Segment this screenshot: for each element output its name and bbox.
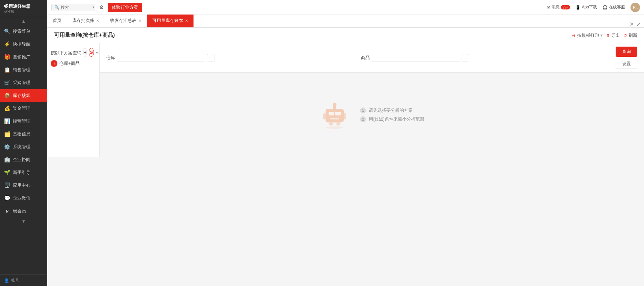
svg-rect-7 — [344, 113, 346, 120]
sidebar-item-operations[interactable]: 📊 经营管理 — [0, 115, 47, 128]
gear-icon[interactable]: ⚙ — [99, 4, 104, 10]
sidebar-item-system[interactable]: ⚙️ 系统管理 — [0, 140, 47, 153]
headset-icon: 🎧 — [602, 5, 608, 10]
sidebar-item-purchase[interactable]: 🛒 采购管理 — [0, 76, 47, 89]
online-service-button[interactable]: 🎧 在线客服 — [602, 4, 625, 10]
chevron-down-icon[interactable]: ▾ — [600, 33, 603, 38]
refresh-button[interactable]: ↺ 刷新 — [623, 32, 637, 38]
goods-more-button[interactable]: ··· — [462, 54, 469, 61]
goods-input[interactable] — [372, 54, 460, 61]
tabs-bar: 首页 库存批次账 ✕ 收发存汇总表 ✕ 可用量库存账本 ✕ ✕ ⤢ — [47, 15, 644, 28]
warehouse-input[interactable] — [117, 54, 205, 61]
sidebar-item-label: 采购管理 — [13, 80, 30, 86]
sidebar-item-member[interactable]: V 畅会员 — [0, 205, 47, 217]
sidebar-item-label: 畅会员 — [13, 208, 26, 214]
search-icon: 🔍 — [4, 28, 10, 34]
search-input[interactable] — [61, 5, 91, 10]
svg-rect-6 — [323, 113, 326, 120]
user-avatar-button[interactable]: Rit — [630, 3, 640, 12]
user-name-label: Rit — [633, 5, 637, 9]
sidebar-item-label: 企业协同 — [13, 157, 30, 163]
page-header-actions: 🖨 按模板打印 ▾ ⬆ 导出 ↺ 刷新 — [571, 32, 637, 38]
wechat-icon: 💬 — [4, 195, 10, 201]
topbar-right: ✉ 消息 99+ 📱 App下载 🎧 在线客服 Rit — [547, 3, 640, 12]
page-header: 可用量查询(按仓库+商品) 🖨 按模板打印 ▾ ⬆ 导出 ↺ 刷新 — [47, 28, 644, 43]
chevron-down-icon[interactable]: ▾ — [93, 5, 95, 9]
svg-rect-3 — [330, 118, 339, 120]
svg-point-5 — [333, 103, 337, 106]
search-icon: 🔍 — [54, 5, 59, 10]
right-content: 仓库 ··· 商品 ··· 查询 设置 — [100, 43, 644, 157]
page-title: 可用量查询(按仓库+商品) — [54, 32, 115, 39]
app-download-button[interactable]: 📱 App下载 — [575, 4, 597, 10]
add-scheme-button[interactable]: + — [83, 48, 87, 57]
tab-batch-account[interactable]: 库存批次账 ✕ — [67, 15, 105, 27]
sidebar-scroll-down[interactable]: ▼ — [0, 217, 47, 225]
operations-icon: 📊 — [4, 118, 10, 124]
settings-button[interactable]: 设置 — [616, 59, 637, 69]
close-icon[interactable]: ✕ — [185, 19, 188, 23]
sidebar-item-label: 快捷导航 — [13, 41, 30, 47]
sidebar-item-inventory[interactable]: 📦 库存核算 — [0, 89, 47, 102]
export-button[interactable]: ⬆ 导出 — [606, 32, 620, 38]
print-icon: 🖨 — [571, 33, 576, 38]
main-area: 🔍 ▾ ⚙ 体验行业方案 ✉ 消息 99+ 📱 App下载 🎧 在线客服 Rit — [47, 0, 644, 286]
sidebar-item-new-guide[interactable]: 🌱 新手引导 — [0, 166, 47, 179]
system-icon: ⚙️ — [4, 144, 10, 150]
close-icon[interactable]: ✕ — [138, 19, 141, 23]
phone-icon: 📱 — [575, 5, 581, 10]
collapse-icon[interactable]: « — [96, 50, 99, 55]
svg-rect-9 — [337, 123, 340, 126]
tip-num-2: 2 — [360, 116, 366, 122]
tab-home[interactable]: 首页 — [47, 15, 67, 27]
scheme-label: 按以下方案查询 — [51, 49, 81, 56]
message-label: 消息 — [551, 4, 560, 10]
message-badge: 99+ — [561, 5, 570, 9]
action-buttons: 查询 设置 — [616, 47, 637, 69]
sidebar-item-basic-info[interactable]: 🗂️ 基础信息 — [0, 128, 47, 140]
message-button[interactable]: ✉ 消息 99+ — [547, 4, 570, 10]
tab-receive-summary-label: 收发存汇总表 — [110, 18, 136, 24]
scheme-panel: 按以下方案查询 + ⚙ « ◎ 仓库+商品 — [47, 43, 100, 157]
warehouse-more-button[interactable]: ··· — [207, 54, 214, 61]
sidebar-item-enterprise[interactable]: 🏢 企业协同 — [0, 153, 47, 166]
query-button[interactable]: 查询 — [616, 47, 637, 57]
export-label: 导出 — [611, 32, 620, 38]
message-icon: ✉ — [547, 5, 550, 10]
sidebar-item-app-center[interactable]: 🖥️ 应用中心 — [0, 179, 47, 192]
tab-available-ledger[interactable]: 可用量库存账本 ✕ — [147, 15, 194, 27]
sidebar-item-search[interactable]: 🔍 搜索菜单 — [0, 25, 47, 38]
expand-icon[interactable]: ⤢ — [637, 22, 641, 27]
sidebar-item-label: 经营管理 — [13, 118, 30, 124]
svg-rect-1 — [329, 112, 334, 115]
sidebar-item-finance[interactable]: 💰 资金管理 — [0, 102, 47, 115]
sidebar-item-wechat[interactable]: 💬 企业微信 — [0, 192, 47, 205]
close-tab-icon[interactable]: ✕ — [629, 21, 634, 27]
scheme-item-icon: ◎ — [51, 60, 57, 67]
sidebar: 畅康通好生意 标准版 ▲ 🔍 搜索菜单 ⚡ 快捷导航 🎁 营销推广 📋 销售管理… — [0, 0, 47, 286]
tip-text-2: 用[过滤]条件来缩小分析范围 — [369, 116, 424, 122]
topbar-search-box[interactable]: 🔍 ▾ — [51, 4, 95, 11]
sidebar-item-label: 销售管理 — [13, 67, 30, 73]
print-button[interactable]: 🖨 按模板打印 ▾ — [571, 32, 603, 38]
topbar: 🔍 ▾ ⚙ 体验行业方案 ✉ 消息 99+ 📱 App下载 🎧 在线客服 Rit — [47, 0, 644, 15]
purchase-icon: 🛒 — [4, 80, 10, 86]
sidebar-item-label: 应用中心 — [13, 182, 30, 188]
scheme-settings-button[interactable]: ⚙ — [89, 48, 94, 57]
sidebar-item-marketing[interactable]: 🎁 营销推广 — [0, 51, 47, 63]
trial-button[interactable]: 体验行业方案 — [108, 3, 142, 12]
tab-receive-summary[interactable]: 收发存汇总表 ✕ — [105, 15, 147, 27]
sidebar-item-sales[interactable]: 📋 销售管理 — [0, 63, 47, 76]
sidebar-item-quick-nav[interactable]: ⚡ 快捷导航 — [0, 38, 47, 51]
sidebar-item-label: 系统管理 — [13, 144, 30, 150]
sidebar-scroll-up[interactable]: ▲ — [0, 17, 47, 25]
scheme-warehouse-goods[interactable]: ◎ 仓库+商品 — [47, 59, 99, 68]
goods-label: 商品 — [361, 55, 370, 61]
close-icon[interactable]: ✕ — [96, 19, 99, 23]
scheme-item-label: 仓库+商品 — [59, 60, 80, 67]
tab-available-ledger-label: 可用量库存账本 — [152, 18, 183, 24]
app-center-icon: 🖥️ — [4, 182, 10, 188]
sidebar-bottom-user[interactable]: 👤 账号 — [0, 275, 47, 286]
svg-point-10 — [326, 126, 343, 129]
svg-rect-8 — [329, 123, 333, 126]
